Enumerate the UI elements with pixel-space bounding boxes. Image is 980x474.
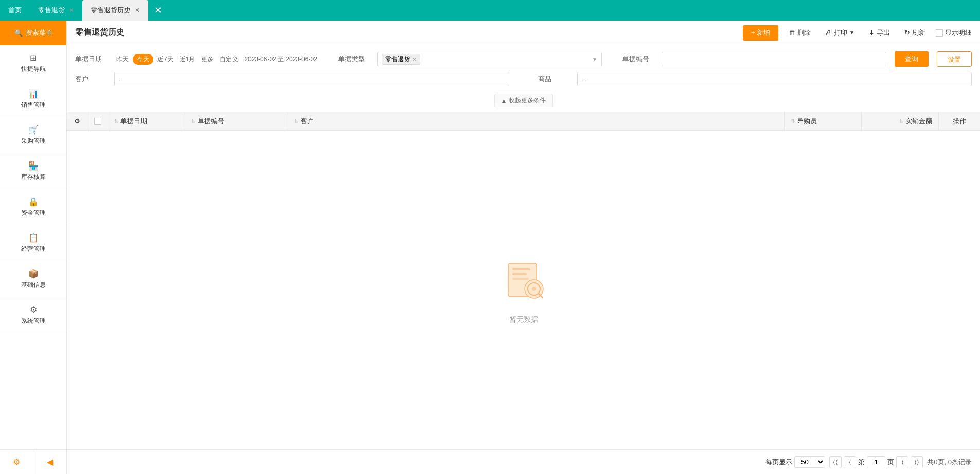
date-btn-yesterday[interactable]: 昨天 [114, 54, 131, 65]
export-button[interactable]: ⬇ 导出 [865, 26, 894, 40]
show-detail-checkbox[interactable] [936, 29, 943, 37]
delete-button[interactable]: 🗑 删除 [785, 26, 815, 40]
page-size-dropdown[interactable]: 50 10 20 100 [794, 456, 825, 468]
collapse-row: ▲ 收起更多条件 [75, 92, 972, 107]
svg-rect-3 [512, 278, 529, 280]
sidebar-bottom: ⚙ ◀ [0, 449, 66, 474]
empty-text: 暂无数据 [509, 315, 538, 324]
print-dropdown-icon: ▼ [849, 30, 854, 35]
main-layout: 🔍 搜索菜单 ⊞ 快捷导航 📊 销售管理 🛒 采购管理 🏪 库存核算 🔒 资金管… [0, 21, 980, 474]
tab-retail-return-history[interactable]: 零售退货历史 ✕ [82, 0, 148, 21]
sidebar-item-system-mgmt[interactable]: ⚙ 系统管理 [0, 297, 66, 333]
print-button[interactable]: 🖨 打印 ▼ [821, 26, 859, 40]
number-input[interactable] [662, 52, 886, 66]
page-size-select: 每页显示 50 10 20 100 [765, 456, 825, 468]
first-page-button[interactable]: ⟨⟨ [829, 456, 842, 468]
svg-point-7 [532, 287, 536, 291]
date-btn-today[interactable]: 今天 [133, 54, 153, 65]
page-total: 共0页, 0条记录 [927, 458, 972, 467]
tab-retail-return-close[interactable]: ✕ [69, 7, 74, 14]
quick-nav-icon: ⊞ [28, 52, 39, 63]
type-dropdown-icon: ▼ [592, 57, 597, 62]
date-label: 单据日期 [75, 54, 106, 64]
prev-page-button[interactable]: ⟨ [844, 456, 856, 468]
page-title: 零售退货历史 [75, 27, 743, 38]
sort-date-icon[interactable]: ⇅ [114, 118, 118, 124]
sidebar-item-quick-nav[interactable]: ⊞ 快捷导航 [0, 45, 66, 81]
date-range-text: 2023-06-02 至 2023-06-02 [244, 55, 317, 64]
empty-state-icon [498, 256, 549, 307]
refresh-button[interactable]: ↻ 刷新 [900, 26, 930, 40]
settings-icon: ⚙ [13, 457, 20, 467]
sort-amount-icon[interactable]: ⇅ [899, 118, 903, 124]
filter-row-2: 客户 ... 商品 ... [75, 72, 972, 86]
refresh-icon: ↻ [904, 29, 910, 37]
table-settings-icon: ⚙ [74, 117, 80, 125]
finance-icon: 🔒 [28, 196, 39, 207]
date-btn-more[interactable]: 更多 [199, 54, 216, 65]
th-number: ⇅ 单据编号 [185, 112, 288, 130]
filter-area: 单据日期 昨天 今天 近7天 近1月 更多 自定义 2023-06-02 至 2… [67, 45, 980, 112]
th-guide: ⇅ 导购员 [785, 112, 862, 130]
page-nav: ⟨⟨ ⟨ 第 页 ⟩ ⟩⟩ [829, 456, 923, 468]
goods-select[interactable]: ... [577, 72, 972, 86]
page-number-input[interactable] [867, 456, 885, 468]
collapse-button[interactable]: ▲ 收起更多条件 [494, 94, 553, 107]
sidebar-settings-btn[interactable]: ⚙ [0, 450, 33, 474]
collapse-icon: ◀ [47, 457, 53, 467]
next-page-button[interactable]: ⟩ [896, 456, 908, 468]
empty-state: 暂无数据 [67, 131, 980, 449]
sidebar-search[interactable]: 🔍 搜索菜单 [0, 21, 66, 45]
type-tag-close[interactable]: ✕ [412, 56, 417, 63]
sort-guide-icon[interactable]: ⇅ [791, 118, 795, 124]
sidebar-item-sales-mgmt[interactable]: 📊 销售管理 [0, 81, 66, 117]
date-btn-1month[interactable]: 近1月 [177, 54, 198, 65]
number-label: 单据编号 [622, 54, 653, 64]
sidebar-item-basic-info[interactable]: 📦 基础信息 [0, 261, 66, 297]
th-customer: ⇅ 客户 [288, 112, 785, 130]
content-area: 零售退货历史 + 新增 🗑 删除 🖨 打印 ▼ ⬇ 导出 ↻ [67, 21, 980, 474]
th-checkbox[interactable] [87, 112, 108, 130]
pagination: 每页显示 50 10 20 100 ⟨⟨ ⟨ 第 页 ⟩ ⟩⟩ [67, 449, 980, 474]
tab-retail-return[interactable]: 零售退货 ✕ [30, 0, 82, 21]
window-close-button[interactable]: ✕ [148, 0, 168, 21]
type-select[interactable]: 零售退货 ✕ ▼ [377, 52, 602, 66]
tab-home[interactable]: 首页 [0, 0, 30, 21]
collapse-up-icon: ▲ [501, 97, 507, 104]
search-icon: 🔍 [14, 29, 23, 37]
type-tag: 零售退货 ✕ [382, 54, 420, 65]
tab-retail-return-history-close[interactable]: ✕ [135, 7, 140, 14]
basic-info-icon: 📦 [28, 268, 39, 279]
sidebar-collapse-btn[interactable]: ◀ [33, 450, 66, 474]
table-container: ⚙ ⇅ 单据日期 ⇅ 单据编号 ⇅ 客户 ⇅ [67, 112, 980, 474]
system-mgmt-icon: ⚙ [28, 304, 39, 315]
page-header: 零售退货历史 + 新增 🗑 删除 🖨 打印 ▼ ⬇ 导出 ↻ [67, 21, 980, 45]
print-icon: 🖨 [825, 29, 832, 37]
date-btn-custom[interactable]: 自定义 [218, 54, 240, 65]
export-icon: ⬇ [869, 29, 875, 37]
inventory-icon: 🏪 [28, 160, 39, 171]
th-amount: ⇅ 实销金额 [862, 112, 939, 130]
th-action: 操作 [939, 112, 980, 130]
customer-select[interactable]: ... [114, 72, 509, 86]
sort-customer-icon[interactable]: ⇅ [294, 118, 298, 124]
goods-placeholder: ... [582, 76, 587, 83]
select-all-checkbox[interactable] [94, 118, 101, 125]
table-header: ⚙ ⇅ 单据日期 ⇅ 单据编号 ⇅ 客户 ⇅ [67, 112, 980, 131]
new-button[interactable]: + 新增 [743, 25, 778, 41]
date-filter-group: 昨天 今天 近7天 近1月 更多 自定义 2023-06-02 至 2023-0… [114, 54, 317, 65]
sidebar-item-operations[interactable]: 📋 经营管理 [0, 225, 66, 261]
sidebar-item-purchase-mgmt[interactable]: 🛒 采购管理 [0, 117, 66, 153]
last-page-button[interactable]: ⟩⟩ [911, 456, 923, 468]
goods-label: 商品 [538, 75, 569, 84]
query-button[interactable]: 查询 [895, 51, 929, 67]
sales-icon: 📊 [28, 88, 39, 99]
th-settings[interactable]: ⚙ [67, 112, 87, 130]
svg-rect-1 [512, 268, 530, 270]
sidebar-item-finance[interactable]: 🔒 资金管理 [0, 189, 66, 225]
sidebar-item-inventory[interactable]: 🏪 库存核算 [0, 153, 66, 189]
setting-button[interactable]: 设置 [937, 51, 972, 67]
sort-number-icon[interactable]: ⇅ [191, 118, 195, 124]
filter-row-1: 单据日期 昨天 今天 近7天 近1月 更多 自定义 2023-06-02 至 2… [75, 51, 972, 67]
date-btn-7days[interactable]: 近7天 [155, 54, 175, 65]
